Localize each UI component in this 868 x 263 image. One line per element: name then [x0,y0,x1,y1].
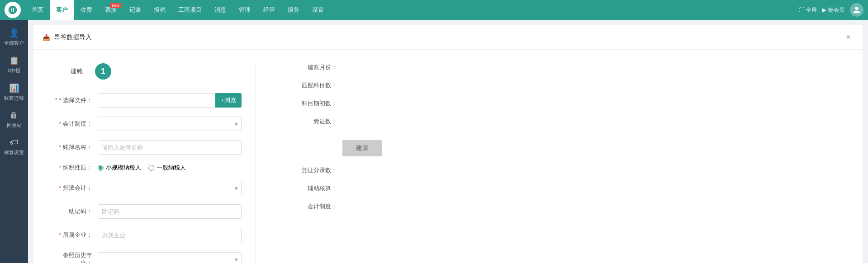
accounting-select[interactable] [98,117,242,131]
tax-general-radio[interactable]: 一般纳税人 [148,164,186,172]
declare-icon: 📋 [9,56,19,66]
company-row: * 所属企业： [52,228,242,242]
sidebar-item-label: 回收站 [7,122,22,129]
import-panel: 📥 导爷数据导入 × 建账 1 [33,25,863,263]
accounting-system-label: 会计制度： [296,202,337,211]
member-icon: ▶ [822,7,826,13]
nav-business[interactable]: 工商项目 [172,0,208,20]
file-label: * * 选择文件： [52,96,92,104]
file-input-wrap: +浏览 [98,93,242,108]
new-badge: new [110,3,121,8]
tax-general-label: 一般纳税人 [157,164,186,172]
tax-label: * 纳税性质： [52,164,92,172]
sidebar-item-declare[interactable]: 📋 0申报 [0,51,28,79]
content-area: 📥 导爷数据导入 × 建账 1 [28,20,868,263]
tax-general-input[interactable] [148,165,154,171]
tax-small-input[interactable] [98,165,104,171]
sidebar-item-label: 0申报 [8,67,20,74]
build-button[interactable]: 建账 [342,140,382,156]
tax-radio-group: 小规模纳税人 一般纳税人 [98,164,242,172]
nav-bookkeeping[interactable]: 记账 [123,0,147,20]
history-select-wrap [98,252,242,263]
nav-management[interactable]: 经营 [257,0,281,20]
nav-admin[interactable]: 管理 [232,0,257,20]
match-label: 匹配科目数： [296,81,337,89]
accounting-label: * 会计制度： [52,120,92,128]
voucher-records-label: 凭证分录数： [296,166,337,174]
nav-settings[interactable]: 设置 [306,0,330,20]
tax-small-label: 小规模纳税人 [106,164,141,172]
voucher-label: 凭证数： [296,117,337,126]
voucher-row: 凭证数： [296,117,844,126]
month-label: 建账月份： [296,63,337,71]
file-input[interactable] [98,93,215,108]
memo-row: 助记码： [52,204,242,219]
auxiliary-row: 辅助核算： [296,184,844,193]
accountant-row: * 指派会计： [52,181,242,195]
tag-icon: 🏷 [10,138,18,147]
nav-message[interactable]: 消息 [208,0,232,20]
accounting-system-row: 会计制度： [296,202,844,211]
trash-icon: 🗑 [10,111,18,120]
sidebar-item-label: 账套迁移 [4,95,24,102]
period-label: 科目期初数： [296,99,337,108]
tax-small-radio[interactable]: 小规模纳税人 [98,164,141,172]
step-label: 建账 [71,67,83,75]
ledger-row: * 账簿名称： [52,140,242,155]
nav-fees[interactable]: 收费 [74,0,99,20]
nav-clients[interactable]: 客户 [50,0,74,20]
sidebar-item-all-clients[interactable]: 👤 全部客户 [0,23,28,51]
memo-input[interactable] [98,204,242,219]
migrate-icon: 📊 [9,83,19,93]
fullscreen-icon: ⛶ [799,7,804,13]
nav-tax[interactable]: 报税 [147,0,172,20]
match-row: 匹配科目数： [296,81,844,89]
panel-title-icon: 📥 [43,34,50,41]
file-row: * * 选择文件： +浏览 [52,93,242,108]
history-label: 参照历史年度： [52,251,92,263]
nav-items: 首页 客户 收费 票据 new 记账 报税 工商项目 消息 管理 经营 服务 设… [25,0,799,20]
accountant-label: * 指派会计： [52,184,92,192]
history-row: 参照历史年度： [52,251,242,263]
nav-home[interactable]: 首页 [25,0,50,20]
sidebar-item-trash[interactable]: 🗑 回收站 [0,106,28,133]
form-right: 建账月份： 匹配科目数： 科目期初数： 凭证数： [269,63,844,263]
form-layout: 建账 1 * * 选择文件： +浏览 [33,50,863,263]
main-layout: 👤 全部客户 📋 0申报 📊 账套迁移 🗑 回收站 🏷 标签设置 📥 导 [0,20,868,263]
all-clients-icon: 👤 [9,28,19,38]
sidebar-item-tag[interactable]: 🏷 标签设置 [0,133,28,160]
memo-label: 助记码： [52,207,92,216]
user-avatar[interactable] [850,3,863,17]
tax-row: * 纳税性质： 小规模纳税人 一般纳税人 [52,164,242,172]
top-nav-right: ⛶ 全屏 ▶ 畅会员 [799,3,863,17]
accountant-select[interactable] [98,181,242,195]
member-label: 畅会员 [828,6,844,14]
panel-header: 📥 导爷数据导入 × [33,25,863,50]
month-row: 建账月份： [296,63,844,71]
panel-title: 📥 导爷数据导入 [43,33,92,42]
fullscreen-btn[interactable]: ⛶ 全屏 [799,6,817,14]
step-circle: 1 [95,63,111,80]
nav-service[interactable]: 服务 [281,0,306,20]
company-label: * 所属企业： [52,231,92,239]
nav-tickets[interactable]: 票据 new [99,0,123,20]
accounting-select-wrap [98,117,242,131]
fullscreen-label: 全屏 [806,6,817,14]
sidebar: 👤 全部客户 📋 0申报 📊 账套迁移 🗑 回收站 🏷 标签设置 [0,20,28,263]
history-select[interactable] [98,252,242,263]
accounting-row: * 会计制度： [52,117,242,131]
close-button[interactable]: × [843,32,854,43]
app-logo[interactable] [5,2,21,18]
accountant-select-wrap [98,181,242,195]
period-row: 科目期初数： [296,99,844,108]
member-btn[interactable]: ▶ 畅会员 [822,6,844,14]
ledger-input[interactable] [98,140,242,155]
panel-title-text: 导爷数据导入 [54,33,92,42]
sidebar-item-label: 标签设置 [4,149,24,156]
sidebar-item-label: 全部客户 [4,40,24,47]
company-input[interactable] [98,228,242,242]
ledger-label: * 账簿名称： [52,143,92,151]
browse-button[interactable]: +浏览 [215,93,242,108]
sidebar-item-migrate[interactable]: 📊 账套迁移 [0,79,28,106]
top-nav: 首页 客户 收费 票据 new 记账 报税 工商项目 消息 管理 经营 服务 设… [0,0,868,20]
